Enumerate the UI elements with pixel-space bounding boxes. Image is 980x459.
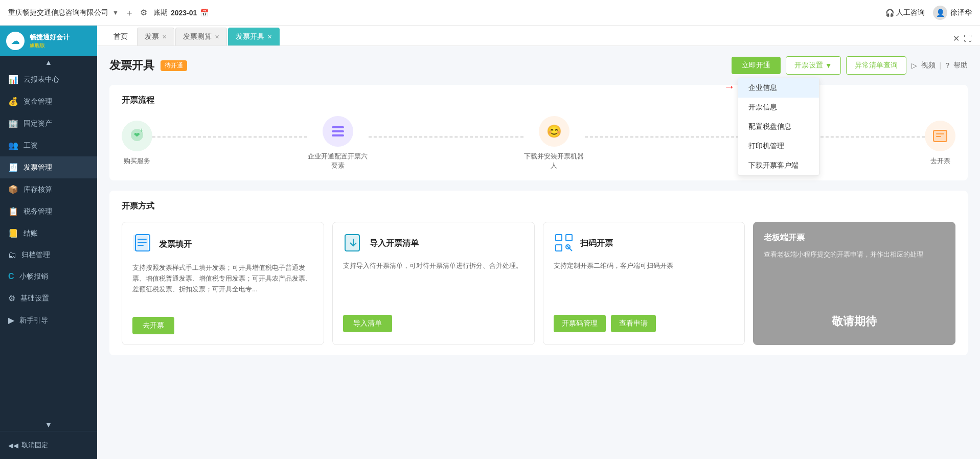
sidebar-scroll-up[interactable]: ▲ [0, 56, 97, 68]
xiaochang-icon: C [8, 272, 14, 281]
flow-step-download-icon: 😊 [539, 116, 569, 147]
fapiao-icon: 🧾 [8, 163, 18, 172]
user-name: 徐泽华 [950, 8, 972, 17]
video-help-area: ▷ 视频 | ? 帮助 [911, 61, 968, 70]
activate-btn[interactable]: 立即开通 [732, 57, 781, 74]
kucun-icon: 📦 [8, 185, 18, 194]
gear-settings-icon[interactable]: ⚙ [140, 8, 147, 17]
main-layout: ☁ 畅捷通好会计 旗舰版 ▲ 📊 云报表中心 💰 资金管理 🏢 固定资产 [0, 26, 980, 459]
dropdown-item-tax-disk-info[interactable]: 配置税盘信息 [738, 117, 819, 136]
sidebar: ☁ 畅捷通好会计 旗舰版 ▲ 📊 云报表中心 💰 资金管理 🏢 固定资产 [0, 26, 97, 459]
dropdown-item-company-info[interactable]: 企业信息 [738, 78, 819, 98]
tab-expand-btn[interactable]: ⛶ [964, 34, 972, 43]
gudingzichan-icon: 🏢 [8, 119, 18, 128]
dropdown-item-invoice-info[interactable]: 开票信息 [738, 98, 819, 117]
tab-close-btn[interactable]: ✕ [953, 34, 960, 43]
method-cards: 发票填开 支持按照发票样式手工填开发票；可开具增值税电子普通发票、增值税普通发票… [122, 222, 955, 345]
tab-invoice-test[interactable]: 发票测算 ✕ [175, 28, 227, 45]
sidebar-item-kucun-label: 库存核算 [24, 185, 52, 194]
svg-rect-4 [332, 130, 344, 132]
scan-invoice-title: 扫码开票 [580, 238, 613, 249]
boss-invoice-desc: 查看老板端小程序提交的开票申请，并作出相应的处理 [764, 249, 945, 260]
jichu-icon: ⚙ [8, 293, 15, 303]
video-label[interactable]: 视频 [921, 61, 936, 70]
sidebar-item-kucun[interactable]: 📦 库存核算 [0, 178, 97, 200]
flow-steps: ❤ + 购买服务 [122, 116, 955, 170]
tab-invoice-test-label: 发票测算 [183, 32, 212, 41]
sidebar-item-jiezhang[interactable]: 📒 结账 [0, 222, 97, 244]
import-list-btn[interactable]: 导入清单 [343, 315, 392, 332]
svg-rect-23 [566, 235, 572, 241]
page-title-area: 发票开具 待开通 [109, 58, 187, 73]
cancel-pin-btn[interactable]: ◀◀ 取消固定 [0, 435, 97, 455]
tab-invoice[interactable]: 发票 ✕ [137, 28, 174, 45]
sidebar-item-yunbao-label: 云报表中心 [24, 75, 59, 84]
sidebar-item-xiaochang[interactable]: C 小畅报销 [0, 266, 97, 287]
tab-home[interactable]: 首页 [105, 28, 136, 45]
sidebar-item-gudingzichan-label: 固定资产 [24, 119, 52, 128]
calendar-icon[interactable]: 📅 [200, 9, 209, 17]
sidebar-scroll-down[interactable]: ▼ [0, 419, 97, 431]
accounting-period: 账期 2023-01 📅 [153, 8, 209, 17]
user-profile-btn[interactable]: 👤 徐泽华 [933, 6, 972, 20]
sidebar-item-zijin[interactable]: 💰 资金管理 [0, 90, 97, 112]
flow-step-go-icon [925, 121, 955, 151]
method-section: 开票方式 [109, 191, 968, 355]
method-card-boss-invoice: 老板端开票 查看老板端小程序提交的开票申请，并作出相应的处理 敬请期待 [753, 222, 955, 345]
tab-invoice-close-icon[interactable]: ✕ [162, 34, 167, 40]
flow-step-download-label: 下载并安装开票机器人 [523, 152, 585, 170]
scan-invoice-btn[interactable]: 开票码管理 [554, 315, 606, 332]
flow-step-buy-service-icon: ❤ + [122, 121, 152, 151]
sidebar-item-gudingzichan[interactable]: 🏢 固定资产 [0, 112, 97, 134]
coming-soon-label: 敬请期待 [754, 314, 955, 329]
method-card-boss-header: 老板端开票 [764, 233, 945, 243]
sidebar-item-shuiwu[interactable]: 📋 税务管理 [0, 200, 97, 222]
import-list-title: 导入开票清单 [370, 238, 419, 249]
help-icon: ? [945, 61, 949, 70]
svg-rect-22 [556, 235, 562, 241]
settings-btn[interactable]: 开票设置 ▼ [786, 56, 841, 75]
tab-invoice-test-close-icon[interactable]: ✕ [215, 34, 219, 40]
tab-invoice-issue-label: 发票开具 [236, 32, 264, 41]
sidebar-item-guidang-label: 归档管理 [21, 250, 50, 260]
content-area: 首页 发票 ✕ 发票测算 ✕ 发票开具 ✕ ✕ ⛶ [97, 26, 980, 459]
svg-rect-3 [332, 126, 344, 128]
page-content: 发票开具 待开通 立即开通 开票设置 ▼ 异常清单查询 ▷ 视频 | ? [97, 46, 980, 459]
flow-step-go-invoice-label: 去开票 [930, 156, 950, 166]
sidebar-item-xinshou[interactable]: ▶ 新手引导 [0, 309, 97, 331]
tab-bar: 首页 发票 ✕ 发票测算 ✕ 发票开具 ✕ ✕ ⛶ [97, 26, 980, 46]
sidebar-item-jichu[interactable]: ⚙ 基础设置 [0, 287, 97, 309]
human-consult-btn[interactable]: 🎧 人工咨询 [885, 8, 925, 17]
headset-icon: 🎧 [885, 9, 894, 17]
method-card-scan-header: 扫码开票 [554, 233, 735, 255]
svg-rect-16 [138, 239, 147, 240]
chevron-down-icon[interactable]: ▼ [112, 9, 119, 16]
flow-connector-2 [369, 136, 523, 137]
sidebar-item-gongzi[interactable]: 👥 工资 [0, 134, 97, 156]
status-badge: 待开通 [161, 60, 187, 71]
help-label[interactable]: 帮助 [953, 61, 968, 70]
scan-invoice-apply-btn[interactable]: 查看申请 [611, 315, 656, 332]
svg-text:+: + [140, 127, 143, 134]
gongzi-icon: 👥 [8, 141, 18, 150]
dropdown-item-download-client[interactable]: 下载开票客户端 [738, 156, 819, 175]
logo-badge: 旗舰版 [30, 42, 70, 49]
accounting-period-value: 2023-01 [171, 9, 197, 17]
dropdown-item-printer-mgmt[interactable]: 打印机管理 [738, 136, 819, 156]
go-invoice-fill-btn[interactable]: 去开票 [132, 317, 174, 334]
sidebar-item-yunbao[interactable]: 📊 云报表中心 [0, 68, 97, 90]
company-selector[interactable]: 重庆畅捷交通信息咨询有限公司 ▼ [8, 8, 119, 17]
tab-invoice-issue[interactable]: 发票开具 ✕ [228, 28, 280, 45]
sidebar-logo: ☁ 畅捷通好会计 旗舰版 [0, 26, 97, 56]
flow-connector-3 [585, 136, 740, 137]
add-company-icon[interactable]: ＋ [125, 7, 134, 19]
sidebar-item-fapiao[interactable]: 🧾 发票管理 [0, 156, 97, 178]
svg-rect-24 [556, 245, 562, 251]
flow-step-config-enterprise: 企业开通配置开票六要素 [307, 116, 369, 170]
zijin-icon: 💰 [8, 97, 18, 106]
sidebar-item-guidang[interactable]: 🗂 归档管理 [0, 244, 97, 266]
exception-btn[interactable]: 异常清单查询 [846, 56, 906, 75]
avatar-icon: 👤 [933, 6, 947, 20]
tab-invoice-issue-close-icon[interactable]: ✕ [267, 34, 272, 40]
unpin-icon: ◀◀ [8, 442, 18, 449]
